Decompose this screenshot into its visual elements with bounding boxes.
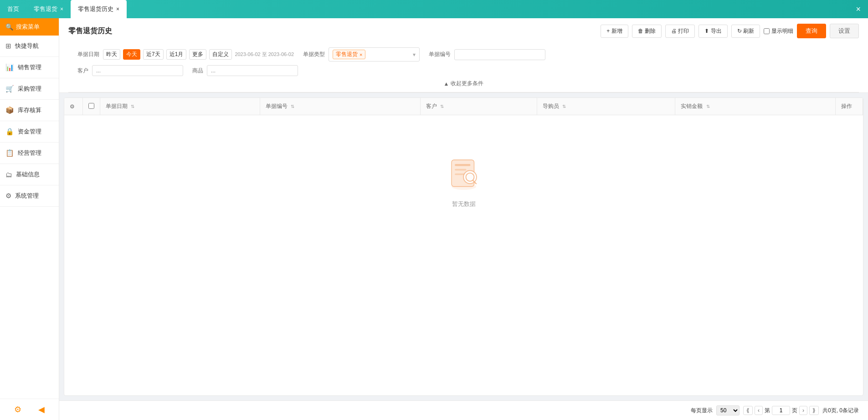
sidebar-icon-sales: 📊 — [5, 63, 14, 72]
new-button[interactable]: + 新增 — [601, 25, 628, 38]
type-tag: 零售退货 × — [333, 50, 365, 59]
select-all-checkbox[interactable] — [88, 103, 94, 109]
th-date[interactable]: 单据日期 ⇅ — [100, 98, 260, 115]
sidebar-bottom: ⚙ ◀ — [0, 399, 59, 420]
prev-page-button[interactable]: ‹ — [755, 406, 763, 415]
sidebar-item-system[interactable]: ⚙系统管理 — [0, 185, 59, 207]
sidebar-item-finance[interactable]: 🔒资金管理 — [0, 121, 59, 143]
sidebar-items-container: ⊞快捷导航📊销售管理🛒采购管理📦库存核算🔒资金管理📋经营管理🗂基础信息⚙系统管理 — [0, 36, 59, 207]
goods-label: 商品 — [192, 67, 203, 75]
number-input[interactable] — [454, 49, 545, 60]
type-select[interactable]: 零售退货 × ▾ — [329, 47, 420, 61]
content-area: 零售退货历史 + 新增 🗑 删除 🖨 打印 ⬆ 导出 ↻ 刷新 显示明细 查询 … — [59, 18, 868, 420]
type-tag-close[interactable]: × — [360, 52, 362, 57]
sidebar-label-quick-nav: 快捷导航 — [15, 42, 39, 50]
sidebar: 🔍 搜索菜单 ⊞快捷导航📊销售管理🛒采购管理📦库存核算🔒资金管理📋经营管理🗂基础… — [0, 18, 59, 420]
tab-return[interactable]: 零售退货× — [26, 0, 71, 18]
sidebar-label-inventory: 库存核算 — [18, 106, 41, 114]
date-btn-近1月[interactable]: 近1月 — [166, 49, 187, 60]
filter-row-2: 客户 商品 — [77, 65, 850, 76]
tab-close-return[interactable]: × — [60, 6, 63, 12]
th-number-label: 单据编号 — [266, 103, 288, 109]
date-btn-昨天[interactable]: 昨天 — [103, 49, 120, 60]
delete-button[interactable]: 🗑 删除 — [632, 25, 662, 38]
filter-row-1: 单据日期 昨天今天近7天近1月更多自定义2023-06-02 至 2023-06… — [77, 47, 850, 61]
goods-input[interactable] — [207, 65, 298, 76]
date-btn-近7天[interactable]: 近7天 — [143, 49, 164, 60]
th-date-label: 单据日期 — [106, 103, 128, 109]
collapse-button[interactable]: ▲ 收起更多条件 — [444, 80, 484, 87]
page-title: 零售退货历史 — [68, 26, 112, 36]
date-btn-今天[interactable]: 今天 — [123, 49, 140, 60]
tab-return-history[interactable]: 零售退货历史× — [71, 0, 127, 18]
type-filter-item: 单据类型 零售退货 × ▾ — [303, 47, 420, 61]
main-layout: 🔍 搜索菜单 ⊞快捷导航📊销售管理🛒采购管理📦库存核算🔒资金管理📋经营管理🗂基础… — [0, 18, 868, 420]
th-action: 操作 — [836, 98, 863, 115]
sidebar-icon-purchase: 🛒 — [5, 85, 14, 93]
date-btn-更多[interactable]: 更多 — [189, 49, 206, 60]
date-filter-item: 单据日期 昨天今天近7天近1月更多自定义2023-06-02 至 2023-06… — [77, 49, 294, 60]
page-suffix: 页 — [792, 407, 797, 415]
settings-button[interactable]: 设置 — [830, 24, 859, 38]
th-amount[interactable]: 实销金额 ⇅ — [675, 98, 836, 115]
collapse-sidebar-icon[interactable]: ◀ — [38, 405, 45, 415]
tab-home[interactable]: 首页 — [0, 0, 26, 18]
last-page-button[interactable]: ⟫ — [809, 406, 819, 415]
show-detail-checkbox[interactable] — [764, 28, 770, 34]
sidebar-search[interactable]: 🔍 搜索菜单 — [0, 18, 59, 36]
sort-customer-icon: ⇅ — [440, 104, 444, 109]
print-button[interactable]: 🖨 打印 — [665, 25, 695, 38]
svg-rect-2 — [455, 164, 470, 166]
empty-state: 暂无数据 — [64, 115, 863, 245]
sort-number-icon: ⇅ — [291, 104, 294, 109]
per-page-select[interactable]: 102050100 — [716, 405, 740, 415]
refresh-button[interactable]: ↻ 刷新 — [731, 25, 760, 38]
sidebar-item-inventory[interactable]: 📦库存核算 — [0, 100, 59, 121]
export-button[interactable]: ⬆ 导出 — [699, 25, 727, 38]
th-check[interactable] — [82, 98, 100, 115]
sort-date-icon: ⇅ — [131, 104, 134, 109]
tab-close-return-history[interactable]: × — [116, 6, 119, 12]
page-title-row: 零售退货历史 + 新增 🗑 删除 🖨 打印 ⬆ 导出 ↻ 刷新 显示明细 查询 … — [68, 24, 859, 38]
sidebar-item-basic[interactable]: 🗂基础信息 — [0, 164, 59, 185]
table-head: ⚙ 单据日期 ⇅ 单据编号 ⇅ 客户 ⇅ — [64, 98, 863, 115]
filter-area: 单据日期 昨天今天近7天近1月更多自定义2023-06-02 至 2023-06… — [68, 43, 859, 92]
th-guide[interactable]: 导购员 ⇅ — [537, 98, 675, 115]
date-label: 单据日期 — [77, 51, 99, 58]
collapse-label: 收起更多条件 — [451, 80, 483, 87]
customer-input[interactable] — [92, 65, 183, 76]
sidebar-icon-system: ⚙ — [5, 192, 11, 200]
th-settings[interactable]: ⚙ — [64, 98, 82, 115]
empty-icon — [443, 152, 484, 193]
sidebar-item-purchase[interactable]: 🛒采购管理 — [0, 78, 59, 100]
next-page-button[interactable]: › — [799, 406, 807, 415]
table-container: ⚙ 单据日期 ⇅ 单据编号 ⇅ 客户 ⇅ — [64, 97, 863, 396]
sidebar-icon-inventory: 📦 — [5, 106, 14, 114]
page-input[interactable] — [772, 406, 790, 415]
sidebar-item-sales[interactable]: 📊销售管理 — [0, 57, 59, 78]
type-dropdown-icon: ▾ — [413, 51, 416, 58]
page-header: 零售退货历史 + 新增 🗑 删除 🖨 打印 ⬆ 导出 ↻ 刷新 显示明细 查询 … — [59, 18, 868, 93]
sidebar-icon-quick-nav: ⊞ — [5, 42, 11, 50]
query-button[interactable]: 查询 — [797, 24, 826, 38]
sidebar-label-system: 系统管理 — [15, 192, 39, 200]
date-btn-自定义[interactable]: 自定义 — [209, 49, 232, 60]
first-page-button[interactable]: ⟪ — [743, 406, 753, 415]
settings-icon[interactable]: ⚙ — [14, 405, 21, 415]
th-number[interactable]: 单据编号 ⇅ — [260, 98, 421, 115]
date-range-text: 2023-06-02 至 2023-06-02 — [235, 51, 294, 58]
sidebar-icon-basic: 🗂 — [5, 171, 12, 179]
sort-guide-icon: ⇅ — [562, 104, 566, 109]
per-page-label: 每页显示 — [691, 407, 713, 415]
th-customer[interactable]: 客户 ⇅ — [420, 98, 537, 115]
show-detail-text: 显示明细 — [771, 27, 793, 35]
customer-label: 客户 — [77, 67, 88, 75]
table-header-row: ⚙ 单据日期 ⇅ 单据编号 ⇅ 客户 ⇅ — [64, 98, 863, 115]
customer-filter-item: 客户 — [77, 65, 183, 76]
sidebar-icon-business: 📋 — [5, 149, 14, 157]
sidebar-label-purchase: 采购管理 — [18, 85, 41, 93]
sidebar-item-business[interactable]: 📋经营管理 — [0, 143, 59, 164]
sidebar-label-sales: 销售管理 — [18, 63, 41, 72]
sidebar-item-quick-nav[interactable]: ⊞快捷导航 — [0, 36, 59, 57]
close-window-button[interactable]: × — [848, 5, 868, 14]
